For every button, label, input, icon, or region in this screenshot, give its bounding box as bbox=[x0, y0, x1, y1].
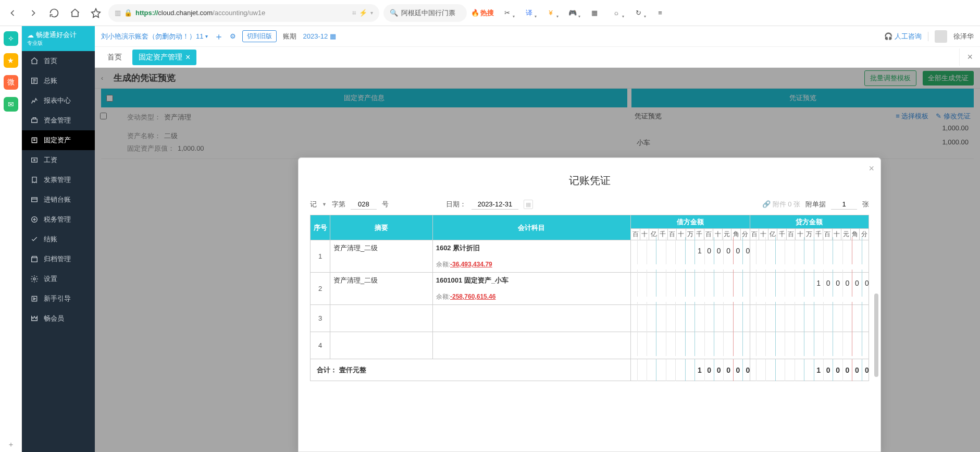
digit-cell bbox=[747, 359, 756, 381]
digit-cell bbox=[676, 270, 685, 297]
flash-icon[interactable]: ⚡ bbox=[359, 9, 367, 17]
company-selector[interactable]: 刘小艳演示账套（勿删勿动！）11 ▾ bbox=[101, 32, 208, 41]
search-placeholder: 阿根廷中国行门票 bbox=[401, 8, 455, 18]
close-icon[interactable]: × bbox=[869, 163, 874, 174]
table-row[interactable]: 2资产清理_二级1601001 固定资产_小车余额:-258,760,615.4… bbox=[311, 273, 869, 305]
close-icon[interactable]: × bbox=[185, 53, 190, 62]
sidebar-item-reports[interactable]: 报表中心 bbox=[22, 91, 95, 111]
os-app-weibo[interactable]: 微 bbox=[4, 75, 18, 90]
close-all-tabs[interactable]: × bbox=[959, 48, 980, 66]
table-row[interactable]: 1资产清理_二级1602 累计折旧余额:-36,493,434.79100000 bbox=[311, 240, 869, 273]
row-summary[interactable]: 资产清理_二级 bbox=[330, 240, 433, 273]
row-subject[interactable] bbox=[432, 305, 631, 332]
gear-icon[interactable]: ⚙ bbox=[230, 32, 236, 40]
os-app-mail[interactable]: ✉ bbox=[4, 97, 18, 112]
os-add-app[interactable]: ＋ bbox=[4, 437, 18, 452]
digit-cell: 1 bbox=[814, 270, 824, 297]
scissors-icon[interactable]: ✂▾ bbox=[498, 4, 516, 22]
hot-search-tag[interactable]: 🔥热搜 bbox=[471, 8, 494, 18]
sidebar-item-ledger[interactable]: 总账 bbox=[22, 71, 95, 91]
debit-cells[interactable] bbox=[631, 332, 750, 359]
credit-cells[interactable] bbox=[750, 332, 869, 359]
sidebar-item-closing[interactable]: 结账 bbox=[22, 229, 95, 249]
digit-cell bbox=[628, 302, 637, 329]
row-summary[interactable] bbox=[330, 332, 433, 359]
support-link[interactable]: 🎧 人工咨询 bbox=[884, 32, 922, 41]
digit-cell: 1 bbox=[695, 237, 704, 264]
svg-point-7 bbox=[33, 278, 35, 280]
date-input[interactable] bbox=[472, 199, 518, 210]
translate-icon[interactable]: 译▾ bbox=[520, 4, 538, 22]
os-app-1[interactable]: ✧ bbox=[4, 31, 18, 46]
th-index: 序号 bbox=[311, 215, 330, 240]
digit-cell bbox=[647, 237, 656, 264]
sidebar-item-settings[interactable]: 设置 bbox=[22, 269, 95, 289]
reload-button[interactable] bbox=[46, 5, 63, 21]
sidebar-item-invoices[interactable]: 发票管理 bbox=[22, 170, 95, 190]
home-button[interactable] bbox=[67, 5, 83, 21]
sidebar-item-guide[interactable]: 新手引导 bbox=[22, 289, 95, 309]
search-box[interactable]: 🔍 阿根廷中国行门票 bbox=[383, 4, 467, 22]
url-dropdown-icon[interactable]: ▾ bbox=[370, 10, 373, 16]
row-subject[interactable]: 1601001 固定资产_小车余额:-258,760,615.46 bbox=[432, 273, 631, 305]
digit-cell bbox=[656, 302, 666, 329]
history-icon[interactable]: ↻▾ bbox=[629, 4, 647, 22]
menu-icon[interactable]: ≡ bbox=[651, 4, 669, 22]
sidebar-item-inventory[interactable]: 进销台账 bbox=[22, 190, 95, 210]
cloud-icon: ☁ bbox=[27, 31, 34, 39]
credit-cells[interactable] bbox=[750, 305, 869, 332]
lock-icon: 🔒 bbox=[124, 9, 132, 17]
credit-cells[interactable]: 100000 bbox=[750, 273, 869, 305]
voucher-number-input[interactable] bbox=[351, 199, 377, 210]
tab-fixed-assets[interactable]: 固定资产管理 × bbox=[132, 50, 196, 65]
prefix-label: 记 bbox=[310, 200, 317, 209]
modal-controls: 记 ▼ 字第 号 日期： ▦ 🔗 附件 0 张 附单据 张 bbox=[299, 197, 880, 215]
calendar-icon[interactable]: ▦ bbox=[524, 200, 533, 209]
game-icon[interactable]: 🎮▾ bbox=[564, 4, 581, 22]
row-summary[interactable] bbox=[330, 305, 433, 332]
star-button[interactable] bbox=[88, 5, 104, 21]
debit-cells[interactable] bbox=[631, 305, 750, 332]
switch-old-button[interactable]: 切到旧版 bbox=[242, 30, 277, 42]
digit-cell: 0 bbox=[862, 359, 872, 381]
sidebar-item-fixed-assets[interactable]: 固定资产 bbox=[22, 130, 95, 150]
url-bar[interactable]: ▥ 🔒 https://cloud.chanjet.com/accounting… bbox=[108, 4, 379, 22]
apps-icon[interactable]: ▦ bbox=[586, 4, 603, 22]
back-button[interactable] bbox=[4, 5, 21, 21]
row-subject[interactable]: 1602 累计折旧余额:-36,493,434.79 bbox=[432, 240, 631, 273]
sidebar-item-salary[interactable]: 工资 bbox=[22, 150, 95, 170]
sidebar-item-tax[interactable]: 税务管理 bbox=[22, 210, 95, 229]
slip-count-input[interactable] bbox=[831, 199, 857, 210]
digit-cell bbox=[833, 302, 842, 329]
debit-cells[interactable]: 100000 bbox=[631, 240, 750, 273]
table-row[interactable]: 4 bbox=[311, 332, 869, 359]
digit-cell bbox=[804, 270, 814, 297]
date-label: 日期： bbox=[446, 200, 466, 209]
period-picker[interactable]: 2023-12 ▦ bbox=[303, 32, 336, 40]
sidebar-item-archive[interactable]: 归档管理 bbox=[22, 249, 95, 269]
row-index: 1 bbox=[311, 240, 330, 273]
table-row[interactable]: 3 bbox=[311, 305, 869, 332]
sidebar-item-funds[interactable]: 资金管理 bbox=[22, 111, 95, 130]
forward-button[interactable] bbox=[25, 5, 42, 21]
chevron-down-icon[interactable]: ▼ bbox=[322, 202, 327, 207]
credit-cells[interactable] bbox=[750, 240, 869, 273]
os-app-2[interactable]: ★ bbox=[4, 53, 18, 68]
avatar[interactable] bbox=[935, 30, 947, 43]
scrollbar[interactable] bbox=[874, 294, 878, 377]
add-button[interactable]: ＋ bbox=[214, 30, 224, 43]
sidebar-item-home[interactable]: 首页 bbox=[22, 51, 95, 71]
tab-home[interactable]: 首页 bbox=[101, 50, 128, 65]
qr-icon[interactable]: ⌗ bbox=[352, 9, 356, 17]
digit-cell bbox=[638, 302, 647, 329]
sidebar-item-member[interactable]: 畅会员 bbox=[22, 309, 95, 328]
row-subject[interactable] bbox=[432, 332, 631, 359]
wallet-icon[interactable]: ¥▾ bbox=[542, 4, 560, 22]
brightness-icon[interactable]: ☼▾ bbox=[607, 4, 625, 22]
period-label: 账期 bbox=[283, 32, 296, 41]
url-text: https://cloud.chanjet.com/accounting/uw1… bbox=[135, 9, 265, 17]
debit-cells[interactable] bbox=[631, 273, 750, 305]
attachment-link[interactable]: 🔗 附件 0 张 bbox=[762, 200, 800, 209]
row-summary[interactable]: 资产清理_二级 bbox=[330, 273, 433, 305]
shield-icon: ▥ bbox=[115, 9, 121, 17]
